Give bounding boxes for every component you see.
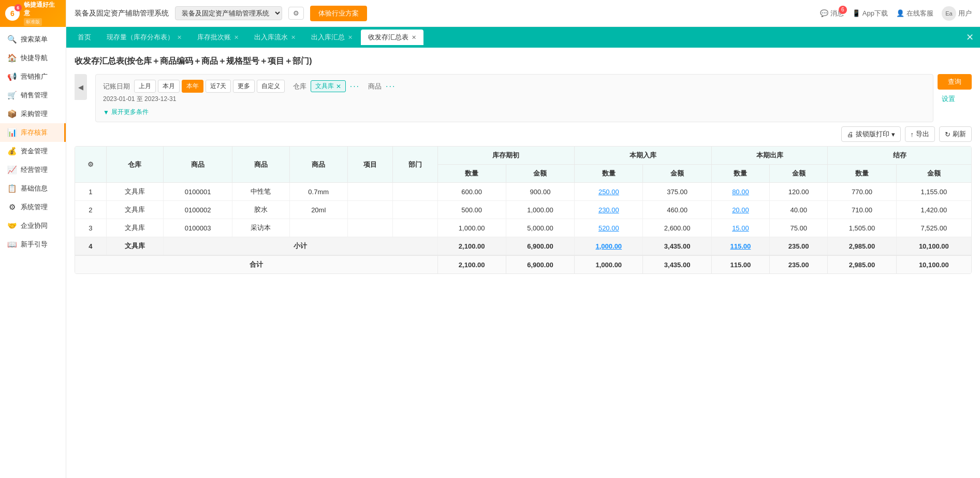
tab-recv-summary[interactable]: 收发存汇总表 ✕ — [361, 30, 423, 45]
sidebar-item-inventory[interactable]: 📊 库存核算 — [0, 123, 66, 142]
tab-inout-summary[interactable]: 出入库汇总 ✕ — [304, 30, 360, 45]
sidebar-header: 6 6 畅捷通好生意 标准版 — [0, 0, 66, 27]
expand-arrow: ▼ — [103, 109, 109, 116]
total-in-qty: 1,000.00 — [575, 255, 643, 273]
cell-seq: 1 — [75, 183, 106, 201]
th-in-qty: 数量 — [575, 165, 643, 183]
subtotal-out-qty[interactable]: 115.00 — [711, 237, 769, 256]
trial-button[interactable]: 体验行业方案 — [310, 6, 367, 21]
date-btn-more[interactable]: 更多 — [233, 80, 255, 93]
user-menu[interactable]: Ea 用户 — [942, 6, 972, 21]
cell-in-qty[interactable]: 250.00 — [575, 183, 643, 201]
cell-opening-qty: 1,000.00 — [437, 219, 506, 237]
subtotal-in-qty-link[interactable]: 1,000.00 — [595, 242, 622, 250]
system-select[interactable]: 装备及固定资产辅助管理系统 — [175, 6, 282, 20]
tab-batch-account-close[interactable]: ✕ — [234, 34, 239, 41]
sidebar-item-purchase[interactable]: 📦 采购管理 — [0, 105, 66, 123]
in-qty-link[interactable]: 230.00 — [598, 206, 619, 214]
sidebar-item-marketing[interactable]: 📢 营销推广 — [0, 67, 66, 86]
print-dropdown-icon: ▾ — [891, 131, 895, 138]
out-qty-link[interactable]: 80.00 — [732, 188, 749, 196]
subtotal-opening-qty: 2,100.00 — [437, 237, 506, 256]
out-qty-link[interactable]: 20.00 — [732, 206, 749, 214]
query-button[interactable]: 查询 — [938, 74, 972, 90]
sidebar-item-operation[interactable]: 📈 经营管理 — [0, 161, 66, 179]
cell-opening-amt: 900.00 — [506, 183, 574, 201]
basic-icon: 📋 — [7, 184, 17, 193]
online-service-button[interactable]: 👤 在线客服 — [896, 9, 933, 18]
in-qty-link[interactable]: 250.00 — [598, 188, 619, 196]
in-qty-link[interactable]: 520.00 — [598, 224, 619, 232]
sidebar-item-search[interactable]: 🔍 搜索菜单 — [0, 30, 66, 49]
sales-icon: 🛒 — [7, 91, 17, 100]
warehouse-tag-text: 文具库 — [315, 82, 334, 91]
export-button[interactable]: ↑ 导出 — [905, 126, 935, 142]
sidebar-item-system[interactable]: ⚙ 系统管理 — [0, 198, 66, 216]
tab-inventory-dist-close[interactable]: ✕ — [177, 34, 182, 41]
cell-department — [392, 201, 437, 219]
total-label: 合计 — [75, 255, 437, 273]
sidebar-item-label: 采购管理 — [21, 109, 48, 119]
cell-goods-spec: 20ml — [289, 201, 347, 219]
cell-closing-amt: 1,420.00 — [896, 201, 971, 219]
goods-more[interactable]: ··· — [386, 82, 396, 91]
th-closing-amt: 金额 — [896, 165, 971, 183]
sidebar-item-label: 系统管理 — [21, 202, 48, 212]
refresh-button[interactable]: ↻ 刷新 — [939, 126, 972, 142]
page-content: 收发存汇总表(按仓库＋商品编码＋商品＋规格型号＋项目＋部门) ◀ 记账日期 上月… — [66, 48, 980, 478]
cell-out-qty[interactable]: 15.00 — [711, 219, 769, 237]
table-settings-icon[interactable]: ⚙ — [87, 161, 94, 168]
search-icon: 🔍 — [7, 35, 17, 44]
system-icon: ⚙ — [7, 202, 17, 212]
sidebar-item-sales[interactable]: 🛒 销售管理 — [0, 86, 66, 105]
tab-inventory-dist[interactable]: 现存量（库存分布表） ✕ — [99, 30, 189, 45]
cell-goods-code: 0100002 — [164, 201, 232, 219]
date-btn-custom[interactable]: 自定义 — [257, 80, 285, 93]
warehouse-tag-close[interactable]: ✕ — [336, 83, 341, 90]
warehouse-tag: 文具库 ✕ — [311, 80, 346, 92]
out-qty-link[interactable]: 15.00 — [732, 224, 749, 232]
th-settings[interactable]: ⚙ — [75, 147, 106, 183]
tab-home[interactable]: 首页 — [70, 30, 98, 45]
settings-button[interactable]: ⚙ — [288, 7, 304, 20]
sidebar-item-enterprise[interactable]: 🤝 企业协同 — [0, 216, 66, 235]
expand-conditions[interactable]: ▼ 展开更多条件 — [103, 108, 926, 117]
cell-out-qty[interactable]: 20.00 — [711, 201, 769, 219]
cell-in-qty[interactable]: 520.00 — [575, 219, 643, 237]
filter-toggle[interactable]: ◀ — [75, 74, 87, 100]
cell-goods-code: 0100001 — [164, 183, 232, 201]
table-row: 2 文具库 0100002 胶水 20ml 500.00 1,000.00 23… — [75, 201, 971, 219]
tabs-close-all[interactable]: ✕ — [964, 32, 976, 43]
cell-out-qty[interactable]: 80.00 — [711, 183, 769, 201]
cell-warehouse: 文具库 — [106, 201, 164, 219]
sidebar-item-basic[interactable]: 📋 基础信息 — [0, 179, 66, 198]
warehouse-more[interactable]: ··· — [350, 82, 360, 91]
cell-in-amt: 375.00 — [643, 183, 711, 201]
date-btn-this-month[interactable]: 本月 — [158, 80, 180, 93]
sidebar-item-finance[interactable]: 💰 资金管理 — [0, 142, 66, 161]
tab-batch-account[interactable]: 库存批次账 ✕ — [190, 30, 246, 45]
sidebar-item-guide[interactable]: 📖 新手引导 — [0, 235, 66, 254]
print-button[interactable]: 🖨 拔锁版打印 ▾ — [841, 126, 901, 142]
tab-recv-summary-close[interactable]: ✕ — [412, 34, 416, 41]
sidebar: 6 6 畅捷通好生意 标准版 🔍 搜索菜单 🏠 快捷导航 📢 营销推广 🛒 销售… — [0, 0, 66, 478]
download-icon: 📱 — [852, 9, 860, 17]
settings-text-button[interactable]: 设置 — [938, 92, 972, 106]
app-download-button[interactable]: 📱 App下载 — [852, 9, 888, 18]
tab-inout-flow-close[interactable]: ✕ — [291, 34, 296, 41]
tab-inout-flow[interactable]: 出入库流水 ✕ — [247, 30, 303, 45]
subtotal-out-qty-link[interactable]: 115.00 — [730, 242, 751, 250]
cell-in-qty[interactable]: 230.00 — [575, 201, 643, 219]
message-button[interactable]: 💬 消息 6 — [820, 9, 844, 18]
sidebar-item-label: 快捷导航 — [21, 53, 48, 63]
sidebar-item-quicknav[interactable]: 🏠 快捷导航 — [0, 49, 66, 67]
sidebar-item-label: 销售管理 — [21, 91, 48, 100]
date-btn-last-month[interactable]: 上月 — [134, 80, 156, 93]
tab-inout-summary-close[interactable]: ✕ — [348, 34, 353, 41]
subtotal-out-amt: 235.00 — [770, 237, 828, 256]
expand-label: 展开更多条件 — [111, 108, 149, 117]
date-btn-7days[interactable]: 近7天 — [206, 80, 231, 93]
date-btn-this-year[interactable]: 本年 — [182, 80, 203, 93]
cell-closing-amt: 7,525.00 — [896, 219, 971, 237]
subtotal-in-qty[interactable]: 1,000.00 — [575, 237, 643, 256]
